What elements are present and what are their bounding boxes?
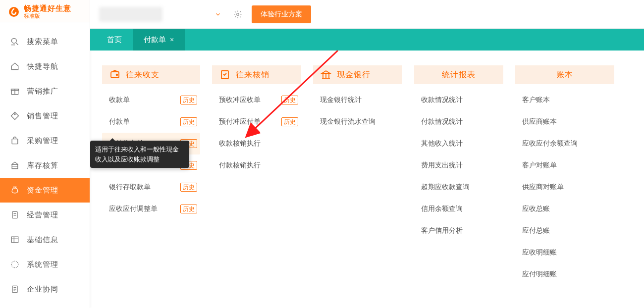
row-label: 现金银行统计 [320, 96, 362, 104]
sidebar-item-label: 营销推广 [27, 87, 58, 96]
sidebar-item-label: 企业协同 [27, 285, 58, 294]
link-ap-detail-ledger[interactable]: 应付明细账 [515, 263, 614, 285]
link-supplier-statement[interactable]: 供应商对账单 [515, 176, 614, 198]
link-payment-order[interactable]: 付款单 历史 [102, 111, 200, 133]
module-header: 往来核销 [212, 65, 301, 84]
link-payment-writeoff-exec[interactable]: 付款核销执行 [212, 154, 301, 176]
link-receipt-order[interactable]: 收款单 历史 [102, 89, 200, 111]
close-icon[interactable]: × [170, 36, 174, 44]
bank-icon [320, 69, 332, 81]
row-label: 银行存取款单 [109, 183, 151, 192]
link-ar-ap-balance-query[interactable]: 应收应付余额查询 [515, 133, 614, 154]
history-badge[interactable]: 历史 [180, 117, 197, 126]
table-icon [10, 235, 20, 245]
link-ar-general-ledger[interactable]: 应收总账 [515, 198, 614, 220]
brand-block: 畅捷通好生意 标准版 [0, 0, 90, 22]
link-bank-deposit-withdraw[interactable]: 银行存取款单 历史 [102, 176, 200, 198]
link-ap-general-ledger[interactable]: 应付总账 [515, 220, 614, 242]
row-label: 付款核销执行 [219, 161, 261, 170]
clipboard-icon [10, 210, 20, 220]
experience-solution-button[interactable]: 体验行业方案 [252, 5, 311, 23]
sidebar-item-label: 采购管理 [27, 136, 58, 146]
org-name-placeholder [99, 7, 162, 22]
row-label: 供应商对账单 [522, 183, 564, 192]
module-title: 往来收支 [126, 70, 160, 80]
money-bag-icon [10, 185, 20, 195]
svg-point-25 [116, 74, 118, 76]
sidebar-item-collab[interactable]: 企业协同 [0, 277, 90, 302]
sidebar-item-marketing[interactable]: 营销推广 [0, 79, 90, 103]
sidebar-item-label: 基础信息 [27, 235, 58, 245]
link-cashbank-stats[interactable]: 现金银行统计 [313, 89, 402, 111]
history-badge[interactable]: 历史 [180, 205, 197, 213]
gear-outline-icon [10, 259, 20, 269]
sidebar-item-shortcut-nav[interactable]: 快捷导航 [0, 54, 90, 79]
link-supplier-ledger[interactable]: 供应商账本 [515, 111, 614, 133]
row-label: 预付冲应付单 [219, 117, 261, 126]
sidebar-item-label: 销售管理 [27, 111, 58, 121]
history-badge[interactable]: 历史 [281, 117, 298, 126]
row-label: 超期应收款查询 [421, 183, 470, 192]
link-receipt-writeoff-exec[interactable]: 收款核销执行 [212, 133, 301, 154]
bag-icon [10, 136, 20, 146]
link-ar-ap-adjust[interactable]: 应收应付调整单 历史 [102, 198, 200, 220]
workspace: 往来收支 收款单 历史 付款单 历史 其他收入单? [90, 51, 644, 308]
tab-label: 首页 [107, 35, 122, 45]
settings-icon[interactable] [232, 8, 244, 20]
svg-point-1 [11, 38, 16, 43]
sidebar-item-operation[interactable]: 经营管理 [0, 203, 90, 227]
doc-icon [10, 284, 20, 294]
module-writeoff: 往来核销 预收冲应收单 历史 预付冲应付单 历史 收款核销执行 [212, 65, 301, 285]
module-header: 往来收支 [102, 65, 200, 84]
link-customer-credit-analysis[interactable]: 客户信用分析 [414, 220, 503, 242]
history-badge[interactable]: 历史 [281, 96, 298, 104]
org-dropdown-icon[interactable] [212, 8, 224, 20]
row-label: 信用余额查询 [421, 205, 463, 213]
sidebar-item-sales[interactable]: 销售管理 [0, 103, 90, 128]
sidebar-item-inventory[interactable]: 库存核算 [0, 153, 90, 178]
link-overdue-ar-query[interactable]: 超期应收款查询 [414, 176, 503, 198]
link-prepay-offset-ar[interactable]: 预收冲应收单 历史 [212, 89, 301, 111]
link-customer-ledger[interactable]: 客户账本 [515, 89, 614, 111]
row-label: 客户账本 [522, 96, 550, 104]
sidebar-item-basic-info[interactable]: 基础信息 [0, 227, 90, 252]
sidebar-item-system[interactable]: 系统管理 [0, 252, 90, 277]
link-credit-balance-query[interactable]: 信用余额查询 [414, 198, 503, 220]
brand-logo-icon [7, 5, 21, 19]
wallet-icon [109, 69, 121, 81]
history-badge[interactable]: 历史 [180, 96, 197, 104]
link-other-income-stats[interactable]: 其他收入统计 [414, 133, 503, 154]
link-customer-statement[interactable]: 客户对账单 [515, 154, 614, 176]
sidebar-item-funds[interactable]: 资金管理 [0, 178, 90, 203]
row-label: 应收应付调整单 [109, 205, 158, 213]
svg-line-2 [16, 43, 18, 45]
module-reports: 统计报表 收款情况统计 付款情况统计 其他收入统计 费用支出统计 超期应收款查询… [414, 65, 503, 285]
sidebar: 畅捷通好生意 标准版 搜索菜单 快捷导航 营销推广 销售管理 [0, 0, 90, 308]
row-label: 其他收入统计 [421, 139, 463, 148]
link-prepay-offset-ap[interactable]: 预付冲应付单 历史 [212, 111, 301, 133]
sidebar-item-label: 经营管理 [27, 210, 58, 220]
link-expense-stats[interactable]: 费用支出统计 [414, 154, 503, 176]
tag-icon [10, 111, 20, 121]
link-cashbank-flow-query[interactable]: 现金银行流水查询 [313, 111, 402, 133]
history-badge[interactable]: 历史 [180, 183, 197, 192]
row-label: 现金银行流水查询 [320, 117, 376, 126]
link-ar-detail-ledger[interactable]: 应收明细账 [515, 242, 614, 263]
row-label: 客户信用分析 [421, 226, 463, 235]
row-label: 预收冲应收单 [219, 96, 261, 104]
svg-point-7 [14, 114, 15, 115]
tab-strip: 首页 付款单 × [90, 29, 644, 51]
link-payment-stats[interactable]: 付款情况统计 [414, 111, 503, 133]
gift-icon [10, 86, 20, 96]
module-ledger: 账本 客户账本 供应商账本 应收应付余额查询 客户对账单 供应商对账单 应收总账… [515, 65, 614, 285]
link-receipt-stats[interactable]: 收款情况统计 [414, 89, 503, 111]
svg-rect-9 [12, 164, 18, 168]
tab-payment-order[interactable]: 付款单 × [133, 29, 185, 51]
sidebar-item-search-menu[interactable]: 搜索菜单 [0, 29, 90, 54]
module-header: 账本 [515, 65, 614, 84]
row-label: 应收明细账 [522, 248, 557, 257]
module-title: 现金银行 [337, 70, 371, 80]
module-title: 往来核销 [236, 70, 269, 80]
sidebar-item-purchase[interactable]: 采购管理 [0, 128, 90, 153]
tab-home[interactable]: 首页 [96, 29, 133, 51]
